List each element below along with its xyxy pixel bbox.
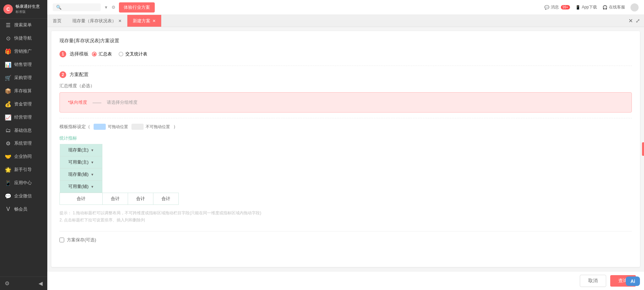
cancel-button[interactable]: 取消 xyxy=(580,275,606,287)
sidebar-item-finance[interactable]: 💰资金管理 xyxy=(0,98,47,111)
sidebar-icon-finance: 💰 xyxy=(5,101,11,107)
sidebar-label-basic: 基础信息 xyxy=(14,127,32,134)
sidebar-item-marketing[interactable]: 🎁营销推广 xyxy=(0,45,47,58)
topbar-left: 🔍 ▼ ⚙ 体验行业方案 xyxy=(53,2,155,13)
col-label-current_main: 现存量(主) xyxy=(68,147,89,153)
sidebar-icon-appcenter: 📱 xyxy=(5,180,11,186)
step2-badge: 2 xyxy=(59,71,66,78)
col-chevron-available_aux[interactable]: ▼ xyxy=(91,185,94,189)
save-checkbox[interactable] xyxy=(59,238,64,242)
sidebar-icon-system: ⚙ xyxy=(5,140,11,147)
col-chevron-current_main[interactable]: ▼ xyxy=(91,148,94,152)
dimension-placeholder: 请选择分组维度 xyxy=(107,99,138,105)
sidebar-item-wechat[interactable]: 💬企业微信 xyxy=(0,190,47,203)
hint-2: 2. 点击标题栏下拉可设置排序、插入列和删除列 xyxy=(59,217,632,223)
panel-expand-btn[interactable]: ⤢ xyxy=(636,18,640,24)
tab-home[interactable]: 首页 xyxy=(47,18,67,24)
settings-panel: 现存量(库存状况表)方案设置 1 选择模板 汇总表 xyxy=(51,31,640,267)
dimension-box[interactable]: *纵向维度 —— 请选择分组维度 xyxy=(59,92,632,113)
resize-handle[interactable] xyxy=(642,142,644,156)
collapse-icon[interactable]: ◀ xyxy=(39,280,43,287)
settings-icon[interactable]: ⚙ xyxy=(5,280,9,287)
tab-new-plan-label: 新建方案 xyxy=(133,18,150,24)
sidebar-label-inventory_mgr: 库存核算 xyxy=(14,88,32,94)
step2-content: 汇总维度（必选） *纵向维度 —— 请选择分组维度 模板指标设定（ 可拖动位置 xyxy=(59,83,632,223)
radio-cross-label: 交叉统计表 xyxy=(125,51,147,57)
col-summary-current_main: 合计 xyxy=(60,193,103,205)
sidebar-label-member: 畅会员 xyxy=(14,206,27,212)
message-label: 消息 xyxy=(551,4,559,10)
online-service-item[interactable]: 🎧 在线客服 xyxy=(602,4,625,10)
sidebar-icon-wechat: 💬 xyxy=(5,193,11,199)
radio-summary[interactable]: 汇总表 xyxy=(92,51,112,57)
tabbar: 首页 现存量（库存状况表） ✕ 新建方案 ✕ ✕ ⤢ xyxy=(47,15,644,27)
sidebar-label-sales: 销售管理 xyxy=(14,62,32,68)
message-item[interactable]: 💬 消息 99+ xyxy=(544,4,570,10)
template-radio-group: 汇总表 交叉统计表 xyxy=(92,51,147,57)
topbar: 🔍 ▼ ⚙ 体验行业方案 💬 消息 99+ 📱 App下载 🎧 在线客服 xyxy=(47,0,644,15)
radio-cross[interactable]: 交叉统计表 xyxy=(119,51,147,57)
app-download-label: App下载 xyxy=(582,4,597,10)
sidebar-item-appcenter[interactable]: 📱应用中心 xyxy=(0,176,47,190)
sidebar-item-basic[interactable]: 🗂基础信息 xyxy=(0,124,47,137)
col-header-current_aux[interactable]: 现存量(辅)▼ xyxy=(60,168,103,180)
sidebar-item-purchase[interactable]: 🛒采购管理 xyxy=(0,71,47,84)
sidebar-icon-quicknav: ⊙ xyxy=(5,35,11,42)
sidebar-label-appcenter: 应用中心 xyxy=(14,180,32,186)
dimension-field-label: *纵向维度 xyxy=(68,99,87,105)
main-area: 🔍 ▼ ⚙ 体验行业方案 💬 消息 99+ 📱 App下载 🎧 在线客服 xyxy=(47,0,644,290)
sidebar-item-system[interactable]: ⚙系统管理 xyxy=(0,137,47,150)
dropdown-icon[interactable]: ▼ xyxy=(104,5,108,10)
template-indicator-suffix: ） xyxy=(173,124,178,130)
hint-1: 提示： 1.拖动标题栏可以调整布局，不可跨维度或指标区域拖动栏目字段(只能在同一… xyxy=(59,210,632,216)
settings-topbar-icon[interactable]: ⚙ xyxy=(112,5,116,10)
sidebar-label-purchase: 采购管理 xyxy=(14,75,32,81)
step2-title: 方案配置 xyxy=(70,72,89,78)
search-box[interactable]: 🔍 xyxy=(53,3,101,11)
sidebar-label-system: 系统管理 xyxy=(14,140,32,146)
action-bar: 取消 查询 xyxy=(47,271,644,290)
industry-btn[interactable]: 体验行业方案 xyxy=(119,2,155,13)
logo-icon: C xyxy=(3,4,13,14)
sidebar-item-sales[interactable]: 📊销售管理 xyxy=(0,58,47,71)
sidebar-item-corp[interactable]: 🤝企业协同 xyxy=(0,150,47,163)
col-header-available_aux[interactable]: 可用量(辅)▼ xyxy=(60,180,103,193)
col-chevron-current_aux[interactable]: ▼ xyxy=(91,173,94,176)
sidebar-item-search[interactable]: ☰搜索菜单 xyxy=(0,19,47,32)
dimension-label: 汇总维度（必选） xyxy=(59,83,632,89)
stats-title: 统计指标 xyxy=(59,135,632,141)
app-download-item[interactable]: 📱 App下载 xyxy=(575,4,597,10)
sidebar-item-quicknav[interactable]: ⊙快捷导航 xyxy=(0,32,47,45)
ai-badge[interactable]: Ai xyxy=(626,276,640,286)
sidebar-icon-sales: 📊 xyxy=(5,62,11,68)
tab-new-plan[interactable]: 新建方案 ✕ xyxy=(127,15,162,27)
tab-inventory-close[interactable]: ✕ xyxy=(118,19,122,23)
sidebar-item-operations[interactable]: 📈经营管理 xyxy=(0,111,47,124)
save-row: 方案保存(可选) xyxy=(59,231,632,243)
sidebar-icon-marketing: 🎁 xyxy=(5,48,11,55)
sidebar-item-member[interactable]: V畅会员 xyxy=(0,203,47,216)
tab-inventory[interactable]: 现存量（库存状况表） ✕ xyxy=(67,15,127,27)
phone-icon: 📱 xyxy=(575,5,580,10)
draggable-indicator: 可拖动位置 xyxy=(94,124,128,130)
sidebar-icon-purchase: 🛒 xyxy=(5,75,11,81)
step1-badge: 1 xyxy=(59,51,66,57)
col-chevron-available_main[interactable]: ▼ xyxy=(91,161,94,164)
col-header-available_main[interactable]: 可用量(主)▼ xyxy=(60,156,103,168)
col-header-current_main[interactable]: 现存量(主)▼ xyxy=(60,144,103,156)
col-summary-available_aux: 合计 xyxy=(153,193,178,205)
radio-cross-circle xyxy=(119,52,123,56)
sidebar-icon-operations: 📈 xyxy=(5,114,11,121)
sidebar-label-corp: 企业协同 xyxy=(14,153,32,160)
user-avatar[interactable] xyxy=(630,3,639,11)
sidebar-logo: C 畅康通好生意 标准版 xyxy=(0,0,47,19)
sidebar-item-inventory_mgr[interactable]: 📦库存核算 xyxy=(0,84,47,98)
search-input[interactable] xyxy=(64,5,97,10)
sidebar-item-newbie[interactable]: 🌟新手引导 xyxy=(0,163,47,176)
sidebar-icon-member: V xyxy=(5,206,11,212)
panel-close-btn[interactable]: ✕ xyxy=(628,18,633,24)
non-draggable-indicator: 不可拖动位置 xyxy=(131,124,170,130)
stats-section: 统计指标 现存量(主)▼可用量(主)▼现存量(辅)▼可用量(辅)▼ 合计合计合计… xyxy=(59,135,632,205)
tab-new-plan-close[interactable]: ✕ xyxy=(152,19,156,23)
online-service-label: 在线客服 xyxy=(609,4,625,10)
